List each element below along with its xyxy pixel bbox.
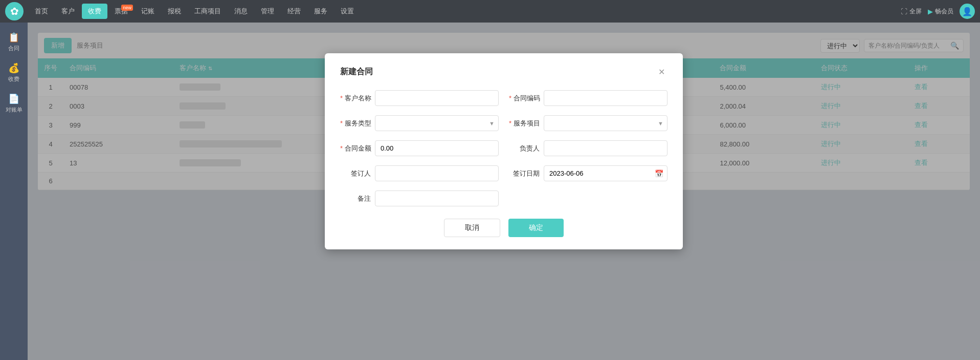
new-badge: new <box>121 5 133 11</box>
form-group-person-in-charge: 负责人 <box>509 140 667 156</box>
modal-header: 新建合同 ✕ <box>340 66 667 78</box>
nav-items: 首页 客户 收费 票据 new 记账 报税 工商项目 消息 管理 经营 服务 设… <box>29 4 901 19</box>
fullscreen-button[interactable]: ⛶ 全屏 <box>901 7 922 16</box>
cancel-button[interactable]: 取消 <box>444 219 500 237</box>
service-project-label: 服务项目 <box>509 119 540 128</box>
modal-title: 新建合同 <box>340 67 373 77</box>
member-button[interactable]: ▶ 畅会员 <box>928 7 953 16</box>
service-project-select[interactable] <box>544 115 667 131</box>
form-group-contract-no: 合同编码 <box>509 90 667 106</box>
sidebar-label-contract: 合同 <box>8 45 19 52</box>
contract-amount-input[interactable] <box>375 140 499 156</box>
nav-bookkeeping[interactable]: 记账 <box>135 4 161 19</box>
form-row-4: 签订人 签订日期 📅 <box>340 165 667 181</box>
avatar[interactable]: 👤 <box>960 4 975 19</box>
form-group-service-type: 服务类型 ▼ <box>340 115 499 131</box>
modal-footer: 取消 确定 <box>340 219 667 237</box>
service-type-label: 服务类型 <box>340 119 371 128</box>
service-type-select[interactable] <box>375 115 499 131</box>
nav-home[interactable]: 首页 <box>29 4 54 19</box>
signer-label: 签订人 <box>340 169 371 178</box>
nav-manage[interactable]: 管理 <box>255 4 280 19</box>
remarks-input[interactable] <box>375 190 499 206</box>
calendar-icon[interactable]: 📅 <box>655 170 663 178</box>
contract-no-input[interactable] <box>544 90 667 106</box>
form-group-service-project: 服务项目 ▼ <box>509 115 667 131</box>
nav-settings[interactable]: 设置 <box>335 4 360 19</box>
form-group-amount: 合同金额 <box>340 140 499 156</box>
main-layout: 📋 合同 💰 收费 📄 对账单 新增 服务项目 进行中 已完成 已取消 <box>0 23 980 360</box>
content-area: 新增 服务项目 进行中 已完成 已取消 🔍 <box>28 23 980 360</box>
modal-overlay: 新建合同 ✕ 客户名称 合同编码 服务类型 <box>28 23 980 360</box>
logo-icon: ✿ <box>5 2 24 20</box>
nav-message[interactable]: 消息 <box>228 4 254 19</box>
sidebar: 📋 合同 💰 收费 📄 对账单 <box>0 23 28 360</box>
sidebar-label-fee: 收费 <box>8 75 19 83</box>
form-group-remarks: 备注 <box>340 190 499 206</box>
sign-date-wrapper: 📅 <box>544 165 667 181</box>
reconciliation-icon: 📄 <box>8 93 19 104</box>
modal-close-button[interactable]: ✕ <box>655 66 667 78</box>
contract-icon: 📋 <box>8 32 19 43</box>
nav-operation[interactable]: 经营 <box>281 4 307 19</box>
form-group-customer-name: 客户名称 <box>340 90 499 106</box>
new-contract-modal: 新建合同 ✕ 客户名称 合同编码 服务类型 <box>325 53 683 249</box>
form-row-1: 客户名称 合同编码 <box>340 90 667 106</box>
nav-business[interactable]: 工商项目 <box>188 4 227 19</box>
form-group-sign-date: 签订日期 📅 <box>509 165 667 181</box>
sidebar-item-reconciliation[interactable]: 📄 对账单 <box>1 89 27 118</box>
contract-no-label: 合同编码 <box>509 94 540 103</box>
form-group-signer: 签订人 <box>340 165 499 181</box>
nav-right: ⛶ 全屏 ▶ 畅会员 👤 <box>901 4 975 19</box>
sign-date-input[interactable] <box>544 165 667 181</box>
form-row-5: 备注 <box>340 190 667 206</box>
remarks-label: 备注 <box>340 194 371 203</box>
nav-fee[interactable]: 收费 <box>82 4 107 19</box>
signer-input[interactable] <box>375 165 499 181</box>
person-in-charge-input[interactable] <box>544 140 667 156</box>
form-row-3: 合同金额 负责人 <box>340 140 667 156</box>
sign-date-label: 签订日期 <box>509 169 540 178</box>
customer-name-input[interactable] <box>375 90 499 106</box>
form-row-2: 服务类型 ▼ 服务项目 <box>340 115 667 131</box>
nav-tax[interactable]: 报税 <box>162 4 187 19</box>
person-in-charge-label: 负责人 <box>509 144 540 153</box>
customer-name-label: 客户名称 <box>340 94 371 103</box>
confirm-button[interactable]: 确定 <box>508 219 564 237</box>
nav-ticket[interactable]: 票据 new <box>108 4 134 19</box>
sidebar-label-reconciliation: 对账单 <box>6 106 23 114</box>
fee-icon: 💰 <box>8 62 19 74</box>
sidebar-item-contract[interactable]: 📋 合同 <box>1 28 27 56</box>
service-project-select-wrapper: ▼ <box>544 115 667 131</box>
sidebar-item-fee[interactable]: 💰 收费 <box>1 58 27 87</box>
nav-customer[interactable]: 客户 <box>55 4 81 19</box>
contract-amount-label: 合同金额 <box>340 144 371 153</box>
top-nav: ✿ 首页 客户 收费 票据 new 记账 报税 工商项目 消息 管理 经营 服务… <box>0 0 980 23</box>
service-type-select-wrapper: ▼ <box>375 115 499 131</box>
nav-service[interactable]: 服务 <box>308 4 333 19</box>
